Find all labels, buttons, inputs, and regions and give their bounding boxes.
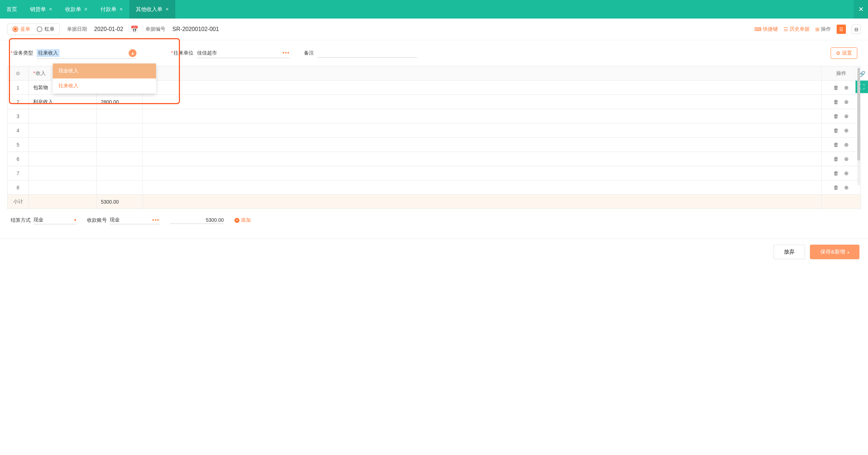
row-number: 5 [7, 138, 29, 152]
view-detail-icon[interactable]: ⊟ [852, 25, 861, 34]
copy-icon[interactable]: ⊕ [844, 156, 849, 162]
remark-field: 备注 [304, 49, 417, 58]
biz-type-input[interactable]: 往来收入 ▲ [37, 48, 136, 59]
table-row[interactable]: 5 🗑 ⊕ [7, 138, 861, 152]
delete-icon[interactable]: 🗑 [833, 170, 839, 176]
radio-blue[interactable]: 蓝单 [12, 26, 30, 32]
scrollbar[interactable] [857, 68, 860, 185]
copy-icon[interactable]: ⊕ [844, 127, 849, 133]
close-icon[interactable]: ✕ [84, 7, 88, 12]
row-remark[interactable] [143, 138, 822, 152]
col-income: 收入 [36, 70, 46, 76]
gear-icon[interactable]: ⚙ [16, 71, 20, 76]
radio-red[interactable]: 红单 [37, 26, 55, 32]
view-list-icon[interactable]: ☰ [837, 25, 846, 34]
chevron-down-icon: ▾ [74, 218, 76, 223]
footer-actions: 放弃 保存&新增▴ [0, 239, 868, 265]
save-button[interactable]: 保存&新增▴ [810, 245, 859, 259]
row-remark[interactable] [143, 95, 822, 109]
row-amount[interactable] [97, 180, 143, 195]
chevron-up-icon[interactable]: ▲ [129, 49, 136, 57]
date-value[interactable]: 2020-01-02 [94, 26, 123, 32]
row-amount[interactable]: 2800.00 [97, 95, 143, 109]
date-label: 单据日期 [67, 26, 87, 32]
partner-input[interactable]: 佳佳超市 ••• [197, 48, 290, 58]
row-amount[interactable] [97, 138, 143, 152]
tab-home[interactable]: 首页 [0, 0, 24, 19]
gear-icon: ⚙ [836, 50, 841, 56]
delete-icon[interactable]: 🗑 [833, 99, 839, 105]
tab-sales[interactable]: 销货单✕ [24, 0, 59, 19]
row-amount[interactable] [97, 166, 143, 180]
table-row[interactable]: 2 利息收入 2800.00 🗑 ⊕ [7, 95, 861, 109]
row-remark[interactable] [143, 109, 822, 123]
account-label: 收款账号 [87, 217, 107, 224]
copy-icon[interactable]: ⊕ [844, 113, 849, 119]
keyboard-icon: ⌨ [754, 26, 761, 32]
table-row[interactable]: 4 🗑 ⊕ [7, 123, 861, 138]
row-income[interactable] [29, 180, 97, 195]
row-remark[interactable] [143, 152, 822, 166]
row-amount[interactable] [97, 123, 143, 138]
row-income[interactable] [29, 109, 97, 123]
tab-payment[interactable]: 付款单✕ [94, 0, 129, 19]
copy-icon[interactable]: ⊕ [844, 99, 849, 105]
delete-icon[interactable]: 🗑 [833, 85, 839, 91]
close-icon[interactable]: ✕ [165, 7, 169, 12]
scrollbar-thumb[interactable] [857, 68, 860, 160]
history-link[interactable]: ☰历史单据 [784, 26, 810, 32]
tab-receipt[interactable]: 收款单✕ [59, 0, 94, 19]
row-income[interactable] [29, 123, 97, 138]
table-row[interactable]: 3 🗑 ⊕ [7, 109, 861, 123]
more-icon[interactable]: ••• [283, 50, 290, 56]
copy-icon[interactable]: ⊕ [844, 170, 849, 176]
dropdown-option-cash[interactable]: 现金收入 [53, 63, 156, 78]
add-payment-button[interactable]: + 添加 [234, 217, 251, 224]
docno-value: SR-20200102-001 [172, 26, 219, 32]
row-remark[interactable] [143, 123, 822, 138]
settlement-label: 结算方式 [11, 217, 31, 224]
row-remark[interactable] [143, 166, 822, 180]
calendar-icon[interactable]: 📅 [130, 25, 138, 33]
row-income[interactable] [29, 166, 97, 180]
document-color-group: 蓝单 红单 [7, 24, 60, 35]
delete-icon[interactable]: 🗑 [833, 142, 839, 148]
remark-input[interactable] [317, 49, 417, 58]
settings-button[interactable]: ⚙设置 [831, 47, 857, 59]
discard-button[interactable]: 放弃 [774, 245, 805, 259]
tab-other-income[interactable]: 其他收入单✕ [129, 0, 175, 19]
delete-icon[interactable]: 🗑 [833, 127, 839, 133]
operate-link[interactable]: ⊞操作 [815, 26, 831, 32]
close-all-icon[interactable]: ✕ [854, 0, 868, 19]
row-number: 1 [7, 81, 29, 95]
settlement-field: 结算方式 现金 ▾ [11, 216, 76, 224]
delete-icon[interactable]: 🗑 [833, 113, 839, 119]
close-icon[interactable]: ✕ [119, 7, 123, 12]
table-row[interactable]: 7 🗑 ⊕ [7, 166, 861, 180]
biz-type-dropdown: 现金收入 往来收入 [53, 63, 156, 93]
amount-input[interactable]: 5300.00 [170, 216, 224, 224]
delete-icon[interactable]: 🗑 [833, 156, 839, 162]
row-amount[interactable] [97, 109, 143, 123]
row-income[interactable] [29, 138, 97, 152]
settlement-select[interactable]: 现金 ▾ [33, 216, 76, 224]
copy-icon[interactable]: ⊕ [844, 184, 849, 190]
dropdown-option-partner[interactable]: 往来收入 [53, 78, 156, 93]
copy-icon[interactable]: ⊕ [844, 142, 849, 148]
row-remark[interactable] [143, 81, 822, 95]
row-remark[interactable] [143, 180, 822, 195]
tab-bar: 首页 销货单✕ 收款单✕ 付款单✕ 其他收入单✕ ✕ [0, 0, 868, 19]
more-icon[interactable]: ••• [152, 217, 160, 223]
account-select[interactable]: 现金 ••• [110, 216, 160, 224]
table-row[interactable]: 8 🗑 ⊕ [7, 180, 861, 195]
shortcut-link[interactable]: ⌨快捷键 [754, 26, 778, 32]
copy-icon[interactable]: ⊕ [844, 85, 849, 91]
row-income[interactable]: 利息收入 [29, 95, 97, 109]
biz-type-field: *业务类型 往来收入 ▲ 现金收入 往来收入 [11, 48, 157, 59]
row-amount[interactable] [97, 152, 143, 166]
table-row[interactable]: 6 🗑 ⊕ [7, 152, 861, 166]
delete-icon[interactable]: 🗑 [833, 184, 839, 190]
close-icon[interactable]: ✕ [49, 7, 52, 12]
row-income[interactable] [29, 152, 97, 166]
grid-icon: ⊞ [815, 26, 820, 32]
